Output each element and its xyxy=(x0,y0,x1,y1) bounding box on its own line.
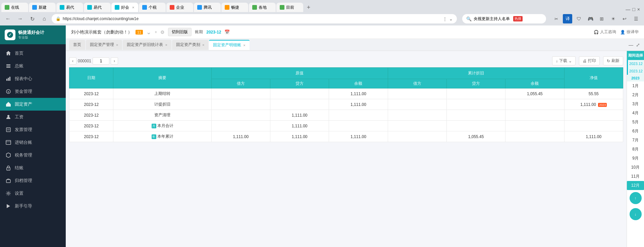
sidebar-item-tax[interactable]: 税务管理 xyxy=(0,149,66,162)
page-tab-home[interactable]: 首页 xyxy=(69,40,85,50)
sidebar-nav: 首页 总账 报表中心 ¥ 资金管理 xyxy=(0,44,66,247)
period-month-5[interactable]: 5月 xyxy=(627,118,644,127)
home-button[interactable]: ⌂ xyxy=(40,14,49,23)
sidebar-item-home[interactable]: 首页 xyxy=(0,47,66,60)
table-body: 2023-12 上期结转 1,111.00 1,055.45 55.55 xyxy=(69,88,623,142)
browser-tab-2[interactable]: 新建 xyxy=(29,3,56,12)
scroll-up-btn[interactable]: ↑ xyxy=(630,192,642,204)
sidebar-item-reports[interactable]: 报表中心 xyxy=(0,72,66,85)
page-tab-fa-detail-close[interactable]: × xyxy=(243,43,245,47)
sidebar-item-fixed-assets[interactable]: 固定资产 xyxy=(0,98,66,111)
browser-tab-1[interactable]: 在线 xyxy=(1,3,28,12)
game-btn[interactable]: 🎮 xyxy=(586,14,595,23)
page-tab-fa-cat[interactable]: 固定资产类别 × xyxy=(172,40,208,50)
period-month-8[interactable]: 8月 xyxy=(627,145,644,154)
browser-tab-11[interactable]: 目前 xyxy=(276,3,303,12)
undo-btn[interactable]: ↩ xyxy=(620,14,629,23)
page-tab-fa-mgmt[interactable]: 固定资产管理 × xyxy=(86,40,122,50)
address-input[interactable]: 🔒 https://cloud.chanjet.com/accounting/u… xyxy=(52,14,457,23)
refresh-button[interactable]: ↻ xyxy=(28,14,37,23)
scissors-btn[interactable]: ✂ xyxy=(551,14,561,23)
calendar-icon[interactable]: 📅 xyxy=(224,29,230,35)
account-settings-icon[interactable]: ⚙ xyxy=(160,29,165,35)
sidebar-item-invoice[interactable]: 发票管理 xyxy=(0,123,66,136)
tab-4-icon xyxy=(87,5,92,10)
browser-tab-3[interactable]: 易代 xyxy=(56,3,83,12)
panel-maximize-btn[interactable]: ⤢ xyxy=(636,42,640,48)
period-selected-end[interactable]: 2023.12 xyxy=(627,67,644,75)
page-tab-fa-depr-close[interactable]: × xyxy=(165,43,167,47)
window-restore-btn[interactable]: □ xyxy=(632,7,635,12)
refresh-btn[interactable]: ↻ 刷新 xyxy=(603,56,623,65)
prev-page-btn[interactable]: ‹ xyxy=(69,57,76,65)
period-month-11[interactable]: 11月 xyxy=(627,172,644,181)
period-month-1[interactable]: 1月 xyxy=(627,81,644,90)
scroll-down-btn[interactable]: ↓ xyxy=(630,208,642,220)
period-month-3[interactable]: 3月 xyxy=(627,100,644,109)
page-tab-fa-depr[interactable]: 固定资产折旧统计表 × xyxy=(123,40,171,50)
period-month-9[interactable]: 9月 xyxy=(627,154,644,163)
browser-tab-9[interactable]: 畅捷 xyxy=(221,3,248,12)
new-tab-button[interactable]: + xyxy=(304,3,313,12)
logo-text: 畅捷通好会计 xyxy=(18,30,44,36)
add-account-btn[interactable]: + xyxy=(155,30,157,35)
period-month-2[interactable]: 2月 xyxy=(627,90,644,100)
user-info-btn[interactable]: 👤 徐译华 xyxy=(620,29,639,35)
cell-accum-debit-3 xyxy=(388,110,446,121)
page-tab-fa-detail[interactable]: 固定资产明细账 × xyxy=(209,40,249,50)
period-month-6[interactable]: 6月 xyxy=(627,127,644,136)
next-page-btn[interactable]: › xyxy=(111,57,118,65)
browser-tab-8[interactable]: 腾讯 xyxy=(194,3,221,12)
sidebar-item-archive[interactable]: 归档管理 xyxy=(0,174,66,187)
browser-tab-6[interactable]: 个税 xyxy=(139,3,166,12)
customer-service-btn[interactable]: 🎧 人工咨询 xyxy=(594,29,616,35)
period-month-10[interactable]: 10月 xyxy=(627,163,644,172)
sidebar-item-closing[interactable]: 结账 xyxy=(0,162,66,174)
sidebar-closing-label: 结账 xyxy=(15,165,23,171)
sidebar-item-payroll[interactable]: 工资 xyxy=(0,111,66,123)
brightness-btn[interactable]: ☀ xyxy=(608,14,618,23)
tab-5-close[interactable]: × xyxy=(132,5,134,9)
switch-version-btn[interactable]: 切到旧版 xyxy=(168,28,192,36)
browser-tab-10[interactable]: 各地 xyxy=(249,3,276,12)
home-icon xyxy=(5,50,11,56)
layout-btn[interactable]: ⊞ xyxy=(597,14,606,23)
page-tab-fa-mgmt-close[interactable]: × xyxy=(116,43,118,47)
period-month-4[interactable]: 4月 xyxy=(627,109,644,118)
period-month-7[interactable]: 7月 xyxy=(627,136,644,145)
browser-tab-4[interactable]: 易代 xyxy=(84,3,111,12)
shield-btn[interactable]: 🛡 xyxy=(574,14,584,23)
sidebar-item-general-ledger[interactable]: 总账 xyxy=(0,60,66,72)
period-selected-start[interactable]: 2023.12 xyxy=(627,60,644,67)
sidebar-item-settings[interactable]: 设置 xyxy=(0,187,66,200)
browser-tab-5[interactable]: 好会 × xyxy=(111,3,138,12)
period-month-12[interactable]: 12月 xyxy=(627,181,644,190)
sidebar-tax-label: 税务管理 xyxy=(15,152,32,158)
translate-btn[interactable]: 译 xyxy=(563,14,572,23)
cell-orig-balance-2: 1,111.00 xyxy=(329,99,388,110)
reports-icon xyxy=(5,76,11,82)
window-minimize-btn[interactable]: — xyxy=(626,7,630,12)
cell-accum-balance-5 xyxy=(505,131,564,142)
sidebar-item-guide[interactable]: 新手引导 xyxy=(0,200,66,212)
cell-accum-debit-4 xyxy=(388,121,446,131)
top-bar: 刘小艳演示账套（勿删勿动！） 11 ⌄ + ⚙ 切到旧版 账期 2023-12 … xyxy=(66,25,644,39)
menu-btn[interactable]: ☰ xyxy=(631,14,641,23)
panel-minimize-btn[interactable]: — xyxy=(629,42,633,48)
page-index-input[interactable] xyxy=(93,57,109,65)
cell-accum-debit-5 xyxy=(388,131,446,142)
window-close-btn[interactable]: × xyxy=(637,7,640,12)
header-original-value: 原值 xyxy=(211,68,388,79)
browser-tab-7[interactable]: 企业 xyxy=(166,3,193,12)
back-button[interactable]: ← xyxy=(3,14,13,23)
forward-button[interactable]: → xyxy=(15,14,25,23)
sidebar-item-funds[interactable]: ¥ 资金管理 xyxy=(0,85,66,98)
sidebar-item-purchase-sales[interactable]: 进销台账 xyxy=(0,136,66,149)
print-btn[interactable]: 🖨 打印 xyxy=(579,56,600,65)
table-row: 2023-12 资产清理 1,111.00 xyxy=(69,110,623,121)
address-bar: ← → ↻ ⌂ 🔒 https://cloud.chanjet.com/acco… xyxy=(0,12,644,25)
download-btn[interactable]: ↓ 下载 ⌄ xyxy=(552,56,576,65)
account-dropdown-icon[interactable]: ⌄ xyxy=(146,28,151,36)
page-tab-fa-cat-close[interactable]: × xyxy=(202,43,204,47)
search-bar[interactable]: 🔍 央视更新主持人名单 热搜 xyxy=(462,14,546,23)
